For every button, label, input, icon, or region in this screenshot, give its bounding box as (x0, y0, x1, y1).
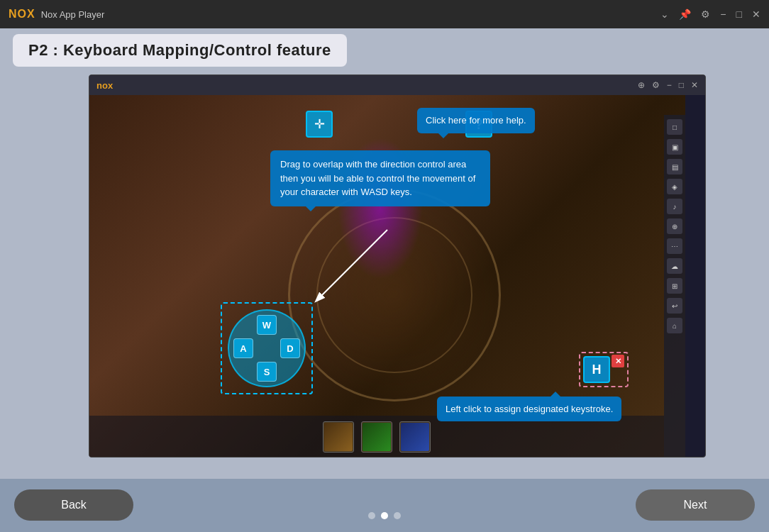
close-icon[interactable]: ✕ (752, 9, 760, 20)
sidebar-btn-3[interactable]: ▤ (667, 159, 682, 174)
h-key-label: H (592, 362, 602, 377)
wasd-d-key: D (280, 338, 300, 358)
titlebar-controls: ⌄ 📌 ⚙ − □ ✕ (660, 9, 760, 20)
sidebar-btn-5[interactable]: ♪ (667, 199, 682, 214)
emu-minimize-icon[interactable]: − (667, 80, 672, 90)
emu-close-icon[interactable]: ✕ (691, 80, 698, 90)
next-button[interactable]: Next (636, 489, 755, 521)
emulator-sidebar: □ ▣ ▤ ◈ ♪ ⊕ ⋯ ☁ ⊞ ↩ ⌂ (664, 115, 685, 458)
nav-dot-2[interactable] (381, 512, 388, 519)
page-heading-text: P2 : Keyboard Mapping/Control feature (28, 41, 331, 59)
nav-dot-3[interactable] (394, 512, 401, 519)
bottom-bar: Back Next (0, 479, 769, 532)
ability-img-2 (363, 423, 391, 451)
nav-dots (368, 512, 401, 519)
h-key-button[interactable]: H (583, 356, 610, 383)
emu-maximize-icon[interactable]: □ (679, 80, 684, 90)
cross-icon: ✛ (314, 116, 325, 132)
help-tooltip: Click here for more help. (417, 108, 535, 133)
sidebar-btn-10[interactable]: ↩ (667, 298, 682, 314)
sidebar-btn-9[interactable]: ⊞ (667, 278, 682, 294)
emu-pin-icon[interactable]: ⊕ (638, 80, 645, 90)
wasd-a-key: A (233, 338, 253, 358)
wasd-s-key: S (257, 362, 277, 382)
game-bottom-toolbar (89, 416, 664, 458)
sidebar-btn-1[interactable]: □ (667, 119, 682, 135)
back-button-label: Back (61, 499, 87, 511)
next-button-label: Next (684, 499, 707, 511)
ability-icon-1[interactable] (323, 421, 354, 453)
game-area: ✛ ? Click here for more help. Drag to ov… (89, 95, 685, 458)
ability-img-1 (324, 423, 353, 451)
wasd-w-key: W (257, 315, 277, 335)
h-key-widget[interactable]: H ✕ (579, 352, 629, 387)
pin-icon[interactable]: 📌 (679, 9, 691, 20)
settings-icon[interactable]: ⚙ (701, 9, 710, 20)
sidebar-btn-11[interactable]: ⌂ (667, 318, 682, 333)
drag-tooltip-text: Drag to overlap with the direction contr… (280, 159, 475, 197)
h-key-close[interactable]: ✕ (612, 355, 624, 367)
emulator-window: nox ⊕ ⚙ − □ ✕ ✛ ? Click here for more he… (89, 74, 706, 458)
emulator-titlebar: nox ⊕ ⚙ − □ ✕ (89, 75, 705, 95)
sidebar-btn-2[interactable]: ▣ (667, 139, 682, 155)
ability-icon-2[interactable] (361, 421, 392, 453)
emulator-titlebar-controls: ⊕ ⚙ − □ ✕ (638, 80, 698, 90)
move-control-button[interactable]: ✛ (306, 111, 333, 138)
back-button[interactable]: Back (14, 489, 133, 521)
emu-settings-icon[interactable]: ⚙ (652, 80, 660, 90)
drag-tooltip: Drag to overlap with the direction contr… (270, 150, 490, 206)
emulator-logo: nox (96, 80, 113, 91)
title-bar: NOX Nox App Player ⌄ 📌 ⚙ − □ ✕ (0, 0, 769, 28)
chevron-down-icon[interactable]: ⌄ (660, 9, 669, 20)
page-heading: P2 : Keyboard Mapping/Control feature (13, 34, 347, 67)
app-logo: NOX (9, 8, 35, 21)
sidebar-btn-6[interactable]: ⊕ (667, 218, 682, 234)
x-close-icon: ✕ (615, 357, 621, 366)
minimize-icon[interactable]: − (720, 9, 726, 20)
maximize-icon[interactable]: □ (736, 9, 742, 20)
keystroke-tooltip-text: Left click to assign designated keystrok… (446, 404, 613, 414)
wasd-circle: W A S D (228, 309, 306, 387)
help-tooltip-text: Click here for more help. (426, 115, 526, 126)
keystroke-tooltip: Left click to assign designated keystrok… (437, 397, 621, 422)
wasd-widget: W A S D (221, 302, 313, 394)
svg-line-0 (316, 230, 387, 301)
arrow-line (295, 226, 394, 311)
sidebar-btn-4[interactable]: ◈ (667, 179, 682, 194)
h-key-outer: H ✕ (579, 352, 629, 387)
ability-icon-3[interactable] (399, 421, 431, 453)
sidebar-btn-7[interactable]: ⋯ (667, 238, 682, 254)
app-name: Nox App Player (41, 9, 105, 20)
nav-dot-1[interactable] (368, 512, 375, 519)
ability-img-3 (401, 423, 429, 451)
sidebar-btn-8[interactable]: ☁ (667, 258, 682, 274)
